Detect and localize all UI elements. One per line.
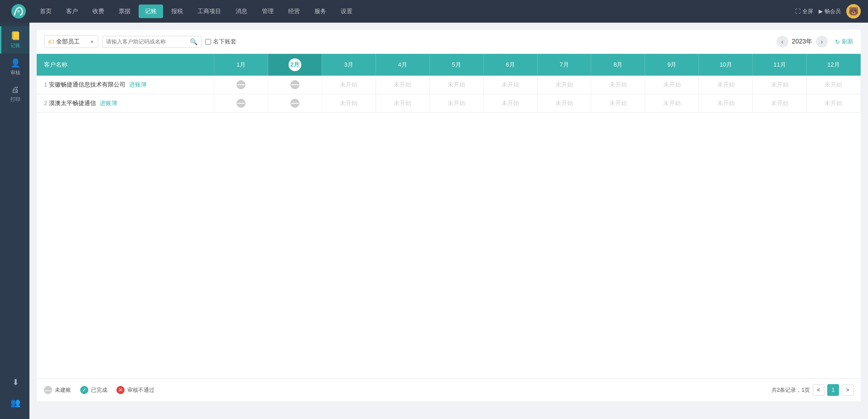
footer: — 未建账 ✓ 已完成 ✕ 审核不通过 共2条记录，1页 < 1 >: [37, 378, 861, 401]
year-text: 2023年: [792, 38, 812, 46]
table-cell-month-10: 未开始: [699, 76, 753, 94]
legend-rejected: ✕ 审核不通过: [116, 386, 154, 394]
table-cell-month-5: 未开始: [429, 76, 483, 94]
current-page-button[interactable]: 1: [827, 384, 839, 396]
sidebar-item-review[interactable]: 👤 审核: [0, 53, 29, 81]
top-navigation: 首页 客户 收费 票据 记账 报税 工商项目 消息 管理 经营 服务 设置 ⛶ …: [0, 0, 868, 23]
col-header-mar: 3月: [322, 54, 376, 76]
legend-completed-label: 已完成: [91, 386, 107, 394]
nav-menu: 首页 客户 收费 票据 记账 报税 工商项目 消息 管理 经营 服务 设置: [34, 5, 795, 18]
left-sidebar: 📒 记账 👤 审核 🖨 打印 ⬇ 👥: [0, 23, 29, 419]
sidebar-bookkeeping-label: 记账: [10, 42, 20, 49]
user-avatar[interactable]: 🐻: [846, 4, 861, 19]
dropdown-arrow-icon: ▼: [90, 39, 94, 44]
table-row: 2漠澳太平畅捷通信进账簿——未开始未开始未开始未开始未开始未开始未开始未开始未开…: [37, 94, 861, 113]
table-cell-month-7: 未开始: [537, 76, 591, 94]
status-not-started: 未开始: [448, 100, 465, 106]
fullscreen-icon: ⛶: [795, 8, 800, 14]
nav-settings[interactable]: 设置: [334, 5, 359, 18]
table-cell-month-3: 未开始: [322, 76, 376, 94]
nav-message[interactable]: 消息: [229, 5, 254, 18]
nav-tax[interactable]: 报税: [165, 5, 189, 18]
nav-operation[interactable]: 经营: [282, 5, 306, 18]
table-cell-month-1: —: [214, 94, 268, 113]
nav-home[interactable]: 首页: [34, 5, 58, 18]
status-dash-icon: —: [236, 99, 246, 108]
prev-year-button[interactable]: ‹: [776, 36, 788, 48]
next-page-button[interactable]: >: [842, 384, 854, 396]
refresh-icon: ↻: [835, 39, 840, 45]
nav-invoice[interactable]: 票据: [112, 5, 137, 18]
next-year-button[interactable]: ›: [816, 36, 828, 48]
legend-red-icon: ✕: [116, 386, 125, 394]
search-button[interactable]: 🔍: [190, 38, 198, 45]
col-header-jun: 6月: [483, 54, 537, 76]
top-right-actions: ⛶ 全屏 ▶ 畅会员 🐻: [795, 4, 861, 19]
status-not-started: 未开始: [717, 81, 735, 88]
member-button[interactable]: ▶ 畅会员: [819, 8, 841, 15]
nav-service[interactable]: 服务: [308, 5, 333, 18]
sidebar-item-download[interactable]: ⬇: [0, 373, 29, 393]
enter-ledger-link[interactable]: 进账簿: [100, 100, 117, 106]
table-cell-month-8: 未开始: [591, 76, 645, 94]
nav-fees[interactable]: 收费: [86, 5, 111, 18]
nav-manage[interactable]: 管理: [256, 5, 280, 18]
col-header-name: 客户名称: [37, 54, 214, 76]
checkbox-wrapper[interactable]: 名下账套: [205, 38, 236, 46]
status-not-started: 未开始: [825, 100, 842, 106]
col-header-feb: 2月: [268, 54, 322, 76]
status-not-started: 未开始: [555, 81, 573, 88]
employee-select[interactable]: 🏷 全部员工 ▼: [44, 35, 98, 48]
refresh-label: 刷新: [842, 38, 854, 46]
table-cell-month-6: 未开始: [483, 76, 537, 94]
table-cell-month-11: 未开始: [753, 76, 807, 94]
main-content: 🏷 全部员工 ▼ 🔍 名下账套 ‹ 2023年 › ↻ 刷新: [29, 23, 868, 419]
table-cell-name: 1安徽畅捷通信息技术有限公司进账簿: [37, 76, 214, 94]
table-cell-month-5: 未开始: [429, 94, 483, 113]
legend-not-created-label: 未建账: [55, 386, 71, 394]
sidebar-item-group[interactable]: 👥: [0, 393, 29, 414]
status-not-started: 未开始: [717, 100, 735, 106]
nav-bookkeeping[interactable]: 记账: [139, 5, 163, 18]
search-wrapper: 🔍: [102, 36, 202, 48]
checkbox-label: 名下账套: [213, 38, 236, 46]
status-not-started: 未开始: [394, 81, 411, 88]
print-icon: 🖨: [11, 85, 19, 95]
row-number: 1: [44, 81, 47, 88]
table-cell-month-1: —: [214, 76, 268, 94]
col-header-may: 5月: [429, 54, 483, 76]
status-dash-icon: —: [236, 80, 246, 89]
review-icon: 👤: [10, 58, 20, 68]
status-not-started: 未开始: [502, 81, 519, 88]
status-not-started: 未开始: [663, 100, 681, 106]
search-input[interactable]: [106, 39, 190, 45]
account-checkbox[interactable]: [205, 39, 211, 45]
bookkeeping-icon: 📒: [10, 31, 20, 41]
legend-gray-icon: —: [44, 386, 52, 394]
legend-green-icon: ✓: [80, 386, 88, 394]
sidebar-item-print[interactable]: 🖨 打印: [0, 81, 29, 107]
sidebar-item-bookkeeping[interactable]: 📒 记账: [0, 26, 29, 53]
table-cell-month-2: —: [268, 76, 322, 94]
status-not-started: 未开始: [555, 100, 573, 106]
year-navigation: ‹ 2023年 ›: [776, 36, 828, 48]
download-icon: ⬇: [12, 377, 19, 387]
logo-icon: [11, 4, 26, 19]
enter-ledger-link[interactable]: 进账簿: [129, 81, 147, 88]
nav-customer[interactable]: 客户: [60, 5, 84, 18]
table-row: 1安徽畅捷通信息技术有限公司进账簿——未开始未开始未开始未开始未开始未开始未开始…: [37, 76, 861, 94]
col-header-sep: 9月: [645, 54, 699, 76]
row-number: 2: [44, 100, 47, 106]
table-cell-month-12: 未开始: [806, 94, 860, 113]
col-header-jul: 7月: [537, 54, 591, 76]
refresh-button[interactable]: ↻ 刷新: [835, 38, 854, 46]
prev-page-button[interactable]: <: [813, 384, 825, 396]
nav-business[interactable]: 工商项目: [191, 5, 227, 18]
table-cell-month-9: 未开始: [645, 76, 699, 94]
table-cell-month-7: 未开始: [537, 94, 591, 113]
table-cell-month-2: —: [268, 94, 322, 113]
sidebar-bottom: ⬇ 👥: [0, 373, 29, 419]
active-month-circle: 2月: [289, 58, 301, 71]
legend-completed: ✓ 已完成: [80, 386, 107, 394]
fullscreen-button[interactable]: ⛶ 全屏: [795, 8, 813, 15]
